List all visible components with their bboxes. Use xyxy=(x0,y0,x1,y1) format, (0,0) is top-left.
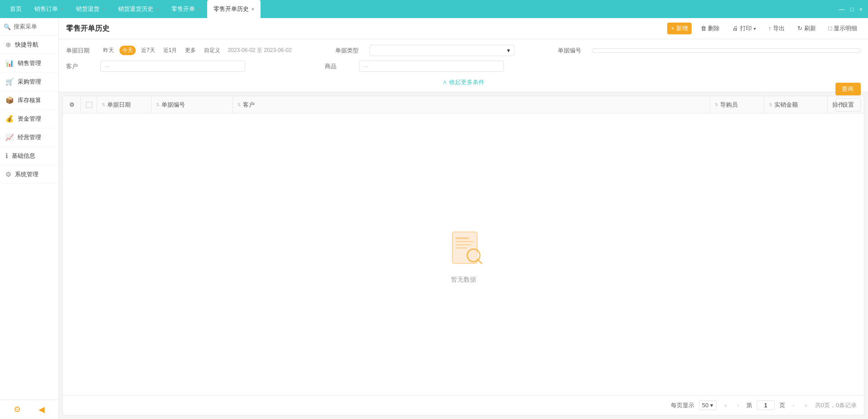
th-number[interactable]: ⇅ 单据编号 xyxy=(152,96,233,113)
th-customer[interactable]: ⇅ 客户 xyxy=(233,96,710,113)
collapse-row: ∧ 收起更多条件 xyxy=(66,76,861,86)
export-button[interactable]: ↑ 导出 xyxy=(765,23,788,34)
date-opt-custom[interactable]: 自定义 xyxy=(201,46,223,55)
collapse-sidebar-icon[interactable]: ◀ xyxy=(38,405,45,414)
page-page-label: 页 xyxy=(779,401,785,410)
query-button[interactable]: 查询 xyxy=(835,83,861,95)
nav-tab-close-icon[interactable]: × xyxy=(156,6,159,12)
collapse-button[interactable]: ∧ 收起更多条件 xyxy=(442,78,484,86)
maximize-btn[interactable]: □ xyxy=(849,5,856,14)
sidebar-search-label: 搜索采单 xyxy=(14,23,37,31)
sort-icon-amt: ⇅ xyxy=(769,103,773,107)
type-label: 单据类型 xyxy=(335,47,362,55)
th-guide[interactable]: ⇅ 导购员 xyxy=(710,96,764,113)
page-title: 零售开单历史 xyxy=(66,24,109,33)
first-page-btn[interactable]: « xyxy=(721,401,730,410)
settings-icon: ⚙ xyxy=(69,101,75,108)
add-button[interactable]: + 新增 xyxy=(667,23,691,34)
table-header: ⚙ ⇅ 单据日期 ⇅ 单据编号 ⇅ 客户 ⇅ xyxy=(63,96,864,113)
customer-placeholder: ··· xyxy=(104,63,109,70)
empty-text: 暂无数据 xyxy=(451,276,476,284)
th-amount[interactable]: ⇅ 实销金额 xyxy=(764,96,828,113)
last-page-btn[interactable]: » xyxy=(802,401,810,410)
type-select[interactable]: ▾ xyxy=(370,45,514,56)
svg-rect-2 xyxy=(455,237,469,239)
date-opt-1month[interactable]: 近1月 xyxy=(161,46,180,55)
per-page-select[interactable]: 50 ▾ xyxy=(699,400,716,410)
date-opt-today[interactable]: 今天 xyxy=(119,46,136,55)
nav-tab-零售开单[interactable]: 零售开单× xyxy=(165,0,207,18)
nav-tabs: 首页销售订单×销货退货×销货退货历史×零售开单×零售开单历史× xyxy=(4,0,837,18)
select-all-checkbox[interactable] xyxy=(86,102,92,108)
sidebar-item-采购管理[interactable]: 🛒 采购管理 xyxy=(0,73,58,91)
settings-bottom-icon[interactable]: ⚙ xyxy=(14,405,21,414)
nav-tab-close-icon[interactable]: × xyxy=(198,6,200,12)
sidebar-item-label: 资金管理 xyxy=(18,115,41,123)
per-page-value: 50 xyxy=(702,402,708,409)
th-date[interactable]: ⇅ 单据日期 xyxy=(97,96,152,113)
nav-tab-close-icon[interactable]: × xyxy=(102,6,105,12)
sidebar-item-销售管理[interactable]: 📊 销售管理 xyxy=(0,54,58,73)
number-label: 单据编号 xyxy=(558,47,585,55)
date-options: 昨天 今天 近7天 近1月 更多 自定义 2023-06-02 至 2023-0… xyxy=(100,46,292,55)
sidebar-item-库存核算[interactable]: 📦 库存核算 xyxy=(0,91,58,110)
sidebar-item-label: 快捷导航 xyxy=(15,41,38,49)
next-page-btn[interactable]: › xyxy=(790,401,797,410)
nav-tab-label: 零售开单历史 xyxy=(213,5,249,13)
number-input[interactable] xyxy=(592,48,861,53)
nav-tab-close-icon[interactable]: × xyxy=(61,6,63,12)
nav-tab-close-icon[interactable]: × xyxy=(251,6,254,12)
nav-tab-label: 销货退货 xyxy=(76,5,100,13)
top-nav-bar: 首页销售订单×销货退货×销货退货历史×零售开单×零售开单历史× — □ × xyxy=(0,0,868,18)
date-opt-yesterday[interactable]: 昨天 xyxy=(100,46,117,55)
svg-point-7 xyxy=(469,251,478,260)
per-page-label: 每页显示 xyxy=(671,401,694,410)
refresh-button[interactable]: ↻ 刷新 xyxy=(794,23,820,34)
close-window-btn[interactable]: × xyxy=(857,5,864,14)
print-dropdown-icon[interactable]: ▾ xyxy=(754,26,756,31)
sidebar-search[interactable]: 🔍 搜索采单 xyxy=(0,18,58,36)
sidebar-item-icon: 📈 xyxy=(5,133,14,141)
minimize-btn[interactable]: — xyxy=(837,5,847,14)
customer-input[interactable]: ··· xyxy=(100,61,245,72)
nav-tab-label: 零售开单 xyxy=(171,5,195,13)
filter-row-2: 客户 ··· 商品 ··· xyxy=(66,61,861,72)
sidebar-item-快捷导航[interactable]: ⊕ 快捷导航 xyxy=(0,36,58,54)
date-opt-more[interactable]: 更多 xyxy=(182,46,199,55)
nav-tab-零售开单历史[interactable]: 零售开单历史× xyxy=(207,0,261,18)
sidebar-bottom: ⚙ ◀ xyxy=(0,400,58,419)
nav-tab-首页[interactable]: 首页 xyxy=(4,0,28,18)
print-button[interactable]: 🖨 打印 ▾ xyxy=(729,23,759,34)
sidebar-item-label: 基础信息 xyxy=(12,152,35,160)
nav-tab-销货退货[interactable]: 销货退货× xyxy=(70,0,111,18)
th-customer-label: 客户 xyxy=(243,101,255,109)
query-settings-buttons: 查询设置 xyxy=(835,83,861,112)
sidebar-item-label: 系统管理 xyxy=(15,170,38,179)
display-detail-button[interactable]: □ 显示明细 xyxy=(825,23,861,34)
sidebar-item-系统管理[interactable]: ⚙ 系统管理 xyxy=(0,165,58,184)
sidebar-item-资金管理[interactable]: 💰 资金管理 xyxy=(0,110,58,128)
current-page-input[interactable] xyxy=(757,400,775,410)
delete-button[interactable]: 🗑 删除 xyxy=(697,23,724,34)
sidebar-item-icon: ⊕ xyxy=(5,41,11,49)
nav-tab-label: 销售订单 xyxy=(34,5,58,13)
sidebar-item-label: 库存核算 xyxy=(18,96,41,104)
th-check[interactable] xyxy=(81,96,97,113)
sidebar-item-经营管理[interactable]: 📈 经营管理 xyxy=(0,128,58,147)
date-label: 单据日期 xyxy=(66,47,93,55)
sidebar-item-基础信息[interactable]: ℹ 基础信息 xyxy=(0,147,58,165)
prev-page-btn[interactable]: ‹ xyxy=(735,401,742,410)
per-page-dropdown-icon: ▾ xyxy=(710,402,713,409)
sidebar-item-icon: 📦 xyxy=(5,96,14,104)
svg-rect-4 xyxy=(455,244,471,245)
sort-icon: ⇅ xyxy=(102,103,105,107)
main-layout: 🔍 搜索采单 ⊕ 快捷导航 📊 销售管理 🛒 采购管理 📦 库存核算 💰 资金管… xyxy=(0,18,868,419)
nav-tab-销货退货历史[interactable]: 销货退货历史× xyxy=(112,0,165,18)
date-opt-7days[interactable]: 近7天 xyxy=(138,46,158,55)
page-total: 共0页，0条记录 xyxy=(815,401,857,410)
nav-tab-label: 首页 xyxy=(10,5,22,13)
nav-tab-销售订单[interactable]: 销售订单× xyxy=(28,0,70,18)
goods-input[interactable]: ··· xyxy=(359,61,504,72)
settings-query-button[interactable]: 设置 xyxy=(835,98,861,112)
th-settings[interactable]: ⚙ xyxy=(63,96,81,113)
